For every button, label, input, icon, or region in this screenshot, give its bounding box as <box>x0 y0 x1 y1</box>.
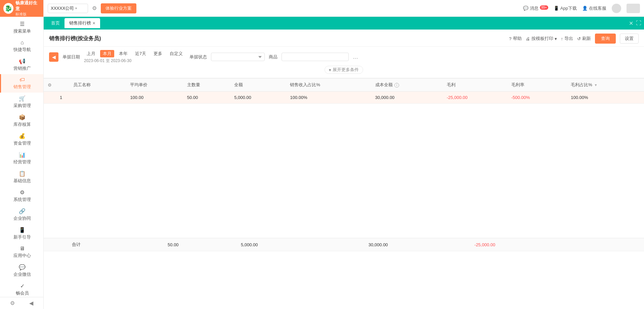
refresh-icon: ↺ <box>577 36 581 41</box>
sidebar-item-operation[interactable]: 📊 经营管理 <box>0 149 43 168</box>
sidebar-item-sales[interactable]: 🏷 销售管理 <box>0 74 43 93</box>
enterprise-icon: 🔗 <box>19 208 26 214</box>
refresh-button[interactable]: ↺ 刷新 <box>577 36 591 42</box>
row-amount: 5,000.00 <box>230 92 286 104</box>
sidebar-item-guide-label: 新手引导 <box>13 234 31 240</box>
sales-icon: 🏷 <box>19 77 25 83</box>
sidebar: 🐉 畅康通好生意 标准版 ☰ 搜索菜单 ⌂ 快捷导航 📢 营销推广 🏷 销售管理… <box>0 0 44 309</box>
sidebar-item-enterprise[interactable]: 🔗 企业协同 <box>0 205 43 224</box>
footer-cost: 30,000.00 <box>364 238 470 251</box>
tab-close-icon[interactable]: ✕ <box>92 21 95 25</box>
table-footer: 合计 50.00 5,000.00 <box>44 238 644 251</box>
home-icon: ⌂ <box>20 40 24 46</box>
expand-icon: ▾ <box>329 67 331 72</box>
footer-quantity: 50.00 <box>164 238 237 251</box>
tabbar-expand-button[interactable]: ⛶ <box>636 20 641 27</box>
col-cost: 成本全额 i <box>371 79 443 92</box>
col-sales-ratio: 销售收入占比% <box>286 79 371 92</box>
col-gross-profit: 毛利 <box>443 79 507 92</box>
online-service-icon: 👤 <box>582 6 588 11</box>
date-shortcut-7days[interactable]: 近7天 <box>132 50 149 57</box>
tab-home[interactable]: 首页 <box>46 18 65 28</box>
basic-icon: 📋 <box>19 170 26 177</box>
tab-sales-ranking[interactable]: 销售排行榜 ✕ <box>65 18 100 28</box>
sidebar-item-basic[interactable]: 📋 基础信息 <box>0 168 43 187</box>
footer-gross-ratio <box>613 238 644 251</box>
footer-gross-profit: -25,000.00 <box>470 238 582 251</box>
sidebar-item-purchase-label: 采购管理 <box>13 103 31 109</box>
purchase-icon: 🛒 <box>19 95 26 102</box>
export-button[interactable]: ↑ 导出 <box>561 36 573 42</box>
date-shortcut-more[interactable]: 更多 <box>151 50 165 57</box>
settings-button[interactable]: 设置 <box>620 34 639 44</box>
finance-icon: 💰 <box>19 133 26 139</box>
page-content: 销售排行榜(按业务员) ? 帮助 🖨 按模板打印 ▾ ↑ 导出 <box>44 30 644 309</box>
sidebar-item-shortcut[interactable]: ⌂ 快捷导航 <box>0 37 43 55</box>
app-download-label: App下载 <box>560 5 577 11</box>
expand-label: 展开更多条件 <box>333 67 359 73</box>
notification-icon: 💬 <box>523 6 528 11</box>
sidebar-item-guide[interactable]: 📱 新手引导 <box>0 224 43 243</box>
goods-filter-label: 商品 <box>269 54 277 60</box>
sidebar-item-marketing[interactable]: 📢 营销推广 <box>0 55 43 74</box>
sidebar-nav: ☰ 搜索菜单 ⌂ 快捷导航 📢 营销推广 🏷 销售管理 🛒 采购管理 📦 库存核… <box>0 17 43 297</box>
footer-setting <box>44 238 54 251</box>
user-avatar[interactable] <box>612 4 621 13</box>
sidebar-item-system-label: 系统管理 <box>13 197 31 203</box>
sidebar-item-basic-label: 基础信息 <box>13 178 31 184</box>
date-shortcut-group: 上月 本月 本年 近7天 更多 自定义 <box>84 50 185 57</box>
sidebar-collapse-button[interactable]: ◀ <box>29 300 33 306</box>
table-settings-icon[interactable]: ⚙ <box>48 83 52 88</box>
filter-collapse-button[interactable]: ◀ <box>49 52 58 62</box>
date-shortcut-current-year[interactable]: 本年 <box>116 50 130 57</box>
query-button[interactable]: 查询 <box>595 34 616 44</box>
user-name-display <box>627 4 640 13</box>
cost-info-icon[interactable]: i <box>394 83 399 88</box>
print-button[interactable]: 🖨 按模板打印 ▾ <box>526 36 557 42</box>
app-download-button[interactable]: 📱 App下载 <box>554 5 577 11</box>
sidebar-item-apps-label: 应用中心 <box>13 253 31 259</box>
company-selector[interactable]: XXXXX公司 ▾ <box>48 4 88 13</box>
table-header-row: ⚙ 员工名称 平均单价 主数量 <box>44 79 644 92</box>
sidebar-item-inventory[interactable]: 📦 库存核算 <box>0 111 43 130</box>
date-shortcut-current-month[interactable]: 本月 <box>100 50 114 57</box>
topbar-gear-button[interactable]: ⚙ <box>92 5 97 11</box>
sidebar-item-search[interactable]: ☰ 搜索菜单 <box>0 18 43 37</box>
gross-ratio-sort-icon[interactable]: ▼ <box>594 83 597 87</box>
date-shortcut-custom[interactable]: 自定义 <box>167 50 185 57</box>
row-rank: 1 <box>56 92 69 104</box>
help-button[interactable]: ? 帮助 <box>509 36 521 42</box>
table-body: 1 100.00 50.00 <box>44 92 644 104</box>
table-spacer <box>44 104 644 238</box>
table-footer-body: 合计 50.00 5,000.00 <box>44 238 644 251</box>
sidebar-item-enterprise-label: 企业协同 <box>13 215 31 221</box>
inventory-icon: 📦 <box>19 114 26 120</box>
online-service-button[interactable]: 👤 在线客服 <box>582 5 606 11</box>
sidebar-item-shortcut-label: 快捷导航 <box>13 47 31 53</box>
tabbar-close-button[interactable]: ✕ <box>629 20 633 27</box>
notification-badge: 99+ <box>540 5 548 10</box>
sidebar-item-finance[interactable]: 💰 资金管理 <box>0 130 43 149</box>
sidebar-item-system[interactable]: ⚙ 系统管理 <box>0 187 43 205</box>
wechat-icon: 💬 <box>19 264 26 270</box>
sidebar-item-purchase[interactable]: 🛒 采购管理 <box>0 93 43 111</box>
status-filter-select[interactable] <box>211 53 265 61</box>
sidebar-item-wechat-label: 企业微信 <box>13 271 31 277</box>
inner-page: 销售排行榜(按业务员) ? 帮助 🖨 按模板打印 ▾ ↑ 导出 <box>44 30 644 309</box>
notification-button[interactable]: 💬 消息 99+ <box>523 5 548 11</box>
date-shortcut-last-month[interactable]: 上月 <box>84 50 98 57</box>
sidebar-item-apps[interactable]: 🖥 应用中心 <box>0 243 43 261</box>
expand-more-button[interactable]: ▾ 展开更多条件 <box>325 66 363 74</box>
sidebar-item-wechat[interactable]: 💬 企业微信 <box>0 261 43 280</box>
logo-icon: 🐉 <box>3 3 13 14</box>
goods-more-icon[interactable]: … <box>353 54 358 60</box>
sidebar-item-sales-label: 销售管理 <box>13 84 31 90</box>
table-footer-row: 合计 50.00 5,000.00 <box>44 238 644 251</box>
trial-button[interactable]: 体验行业方案 <box>101 3 136 13</box>
goods-filter-input[interactable] <box>282 53 349 61</box>
col-setting: ⚙ <box>44 79 56 92</box>
sidebar-item-member[interactable]: ✓ 畅会员 <box>0 280 43 297</box>
sidebar-settings-button[interactable]: ⚙ <box>10 300 15 306</box>
sidebar-item-operation-label: 经营管理 <box>13 159 31 165</box>
footer-rank <box>54 238 68 251</box>
